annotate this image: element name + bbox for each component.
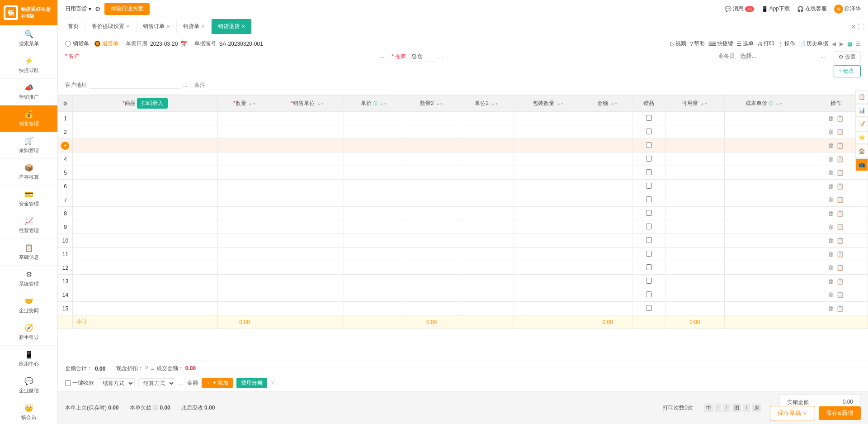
qty-cell-3[interactable] [218,139,271,152]
qty-cell-12[interactable] [218,261,271,275]
gift-checkbox-7[interactable] [646,196,652,202]
tab-sale-setting[interactable]: 售价提取设置✕ [85,19,137,34]
cost-price-info-icon[interactable]: ⓘ [769,101,773,106]
gift-cell-3[interactable] [632,139,665,152]
scan-btn[interactable]: 扫码录入 [137,98,168,109]
input-zh-btn[interactable]: 中 [704,404,713,412]
product-cell-11[interactable] [73,248,218,261]
sidebar-item-sales[interactable]: 💰 销售管理 [0,105,57,132]
copy-row-btn-2[interactable]: 📋 [836,129,844,135]
amount-sort-icon[interactable]: ▲▼ [611,102,618,106]
costprice-cell-1[interactable] [724,112,804,125]
gift-checkbox-2[interactable] [646,129,652,134]
qty2-cell-7[interactable] [404,193,459,207]
customer-input[interactable] [82,51,377,61]
amount-cell-10[interactable] [583,234,632,248]
toolbar-grid-icon[interactable]: ▦ [847,41,852,47]
sidebar-item-basic[interactable]: 📋 基础信息 [0,239,57,266]
save-draft-btn[interactable]: 保存草稿 ∨ [770,406,816,420]
available-cell-12[interactable] [665,261,724,275]
delete-row-btn-13[interactable]: 🗑 [828,278,834,285]
qty-cell-6[interactable] [218,180,271,193]
qty-cell-15[interactable] [218,302,271,315]
unit-cell-5[interactable] [271,166,344,180]
delete-row-btn-12[interactable]: 🗑 [828,264,834,271]
gift-checkbox-12[interactable] [646,264,652,270]
toolbar-history-btn[interactable]: 📄 历史单据 [799,40,828,48]
price-cell-14[interactable] [344,288,404,302]
product-input-3[interactable] [75,142,215,149]
gift-cell-12[interactable] [632,261,665,275]
unit2-cell-7[interactable] [459,193,514,207]
costprice-cell-15[interactable] [724,302,804,315]
copy-row-btn-7[interactable]: 📋 [836,196,844,203]
gift-cell-5[interactable] [632,166,665,180]
available-cell-7[interactable] [665,193,724,207]
gift-checkbox-3[interactable] [646,142,652,148]
product-cell-14[interactable] [73,288,218,302]
qty2-cell-15[interactable] [404,302,459,315]
qty2-cell-13[interactable] [404,275,459,288]
close-tab-sale-order[interactable]: ✕ [166,24,170,29]
user-profile-btn[interactable]: 徐 徐泽华 [834,5,861,14]
packqty-cell-6[interactable] [514,180,583,193]
product-cell-15[interactable] [73,302,218,315]
toolbar-list-icon[interactable]: ☰ [856,41,861,47]
tab-sale-order[interactable]: 销售订单✕ [137,19,177,34]
qty2-cell-5[interactable] [404,166,459,180]
right-tool-note[interactable]: 📝 [855,118,868,130]
toolbar-prev-icon[interactable]: ◀ [832,41,836,47]
qty2-cell-10[interactable] [404,234,459,248]
costprice-cell-11[interactable] [724,248,804,261]
price-cell-9[interactable] [344,220,404,234]
online-service-btn[interactable]: 🎧 在线客服 [797,5,827,13]
available-cell-2[interactable] [665,125,724,139]
product-cell-4[interactable] [73,152,218,166]
available-cell-11[interactable] [665,248,724,261]
amount-cell-4[interactable] [583,152,632,166]
gift-checkbox-13[interactable] [646,278,652,284]
gift-checkbox-9[interactable] [646,224,652,229]
amount-cell-9[interactable] [583,220,632,234]
close-tab-icon[interactable]: ✕ [851,23,856,30]
right-tool-chart[interactable]: 📊 [855,104,868,117]
packqty-cell-13[interactable] [514,275,583,288]
unit2-cell-8[interactable] [459,207,514,220]
gift-cell-13[interactable] [632,275,665,288]
unit2-cell-5[interactable] [459,166,514,180]
sidebar-item-wechat[interactable]: 💬 企业微信 [0,372,57,399]
tab-sale-delivery[interactable]: 销货单✕ [177,19,212,34]
unit2-cell-13[interactable] [459,275,514,288]
available-cell-1[interactable] [665,112,724,125]
sidebar-item-apps[interactable]: 📱 应用中心 [0,346,57,372]
delete-row-btn-5[interactable]: 🗑 [828,169,834,176]
product-cell-13[interactable] [73,275,218,288]
packqty-cell-1[interactable] [514,112,583,125]
costprice-cell-9[interactable] [724,220,804,234]
price-cell-6[interactable] [344,180,404,193]
copy-row-btn-4[interactable]: 📋 [836,156,844,162]
unit-cell-12[interactable] [271,261,344,275]
amount-cell-1[interactable] [583,112,632,125]
salesperson-lookup-btn[interactable]: ... [822,53,826,59]
amount-cell-11[interactable] [583,248,632,261]
delete-row-btn-3[interactable]: 🗑 [828,142,834,149]
gift-cell-8[interactable] [632,207,665,220]
product-cell-12[interactable] [73,261,218,275]
copy-row-btn-10[interactable]: 📋 [836,237,844,244]
packqty-cell-9[interactable] [514,220,583,234]
price-cell-4[interactable] [344,152,404,166]
radio-sale[interactable]: 销货单 [65,40,89,48]
settings-btn[interactable]: ⚙ 设置 [834,51,861,63]
packqty-cell-10[interactable] [514,234,583,248]
copy-row-btn-14[interactable]: 📋 [836,291,844,298]
gift-cell-11[interactable] [632,248,665,261]
qty-cell-4[interactable] [218,152,271,166]
one-click-pay-input[interactable] [65,380,71,386]
message-btn[interactable]: 💬 消息 70 [725,5,754,13]
copy-row-btn-11[interactable]: 📋 [836,251,844,257]
unit-cell-13[interactable] [271,275,344,288]
toolbar-video-btn[interactable]: ▷ 视频 [670,40,686,48]
delete-row-btn-9[interactable]: 🗑 [828,224,834,230]
gift-checkbox-5[interactable] [646,169,652,175]
